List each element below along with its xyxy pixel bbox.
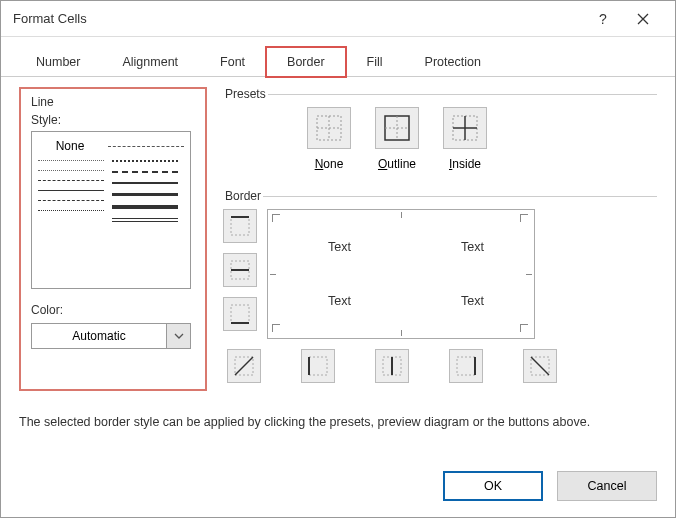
dialog-title: Format Cells — [13, 11, 583, 26]
line-style-extra-thick[interactable] — [112, 205, 178, 209]
border-bottom-button[interactable] — [223, 297, 257, 331]
preset-outline-icon — [383, 114, 411, 142]
line-style-thin[interactable] — [38, 190, 104, 191]
line-style-list[interactable]: None — [31, 131, 191, 289]
svg-line-16 — [235, 357, 253, 375]
title-bar: Format Cells ? — [1, 1, 675, 37]
format-cells-dialog: Format Cells ? Number Alignment Font Bor… — [0, 0, 676, 518]
line-style-med-dash-dot-dot[interactable] — [38, 210, 104, 211]
svg-rect-13 — [231, 305, 249, 323]
line-style-med-dotted[interactable] — [112, 160, 178, 162]
dialog-footer: OK Cancel — [443, 471, 657, 501]
line-style-thick[interactable] — [112, 193, 178, 196]
border-diagonal-down-icon — [529, 355, 551, 377]
line-color-value: Automatic — [31, 323, 167, 349]
tab-font[interactable]: Font — [199, 47, 266, 77]
tab-fill[interactable]: Fill — [346, 47, 404, 77]
border-vertical-icon — [381, 355, 403, 377]
line-style-med-dashed[interactable] — [112, 171, 178, 173]
line-style-dashed[interactable] — [38, 180, 104, 181]
border-horizontal-icon — [229, 259, 251, 281]
tab-border[interactable]: Border — [266, 47, 346, 77]
close-button[interactable] — [623, 1, 663, 37]
preset-inside-icon — [451, 114, 479, 142]
border-vertical-button[interactable] — [375, 349, 409, 383]
preset-none-label: None — [315, 157, 344, 171]
border-group: Border Text Text Text — [223, 189, 657, 383]
presets-group: Presets None Outline — [223, 87, 657, 181]
close-icon — [637, 13, 649, 25]
border-diagonal-up-button[interactable] — [227, 349, 261, 383]
ok-button[interactable]: OK — [443, 471, 543, 501]
border-diagonal-down-button[interactable] — [523, 349, 557, 383]
line-style-double[interactable] — [112, 218, 178, 222]
chevron-down-icon — [174, 333, 184, 339]
border-right-icon — [455, 355, 477, 377]
color-label: Color: — [31, 303, 195, 317]
line-style-medium[interactable] — [112, 182, 178, 184]
svg-rect-21 — [457, 357, 475, 375]
line-style-hair[interactable] — [38, 160, 104, 161]
border-left-icon — [307, 355, 329, 377]
border-left-button[interactable] — [301, 349, 335, 383]
line-panel: Line Style: None — [19, 87, 207, 391]
tab-alignment[interactable]: Alignment — [101, 47, 199, 77]
preview-text-br: Text — [461, 294, 484, 308]
border-diagonal-up-icon — [233, 355, 255, 377]
tab-number[interactable]: Number — [15, 47, 101, 77]
presets-border-area: Presets None Outline — [223, 87, 657, 391]
preview-text-bl: Text — [328, 294, 351, 308]
line-style-none[interactable]: None — [38, 139, 102, 153]
style-label: Style: — [31, 113, 195, 127]
line-color-dropdown-button[interactable] — [167, 323, 191, 349]
cancel-button[interactable]: Cancel — [557, 471, 657, 501]
preset-inside-label: Inside — [449, 157, 481, 171]
preview-text-tl: Text — [328, 240, 351, 254]
preset-inside-button[interactable] — [443, 107, 487, 149]
border-preview[interactable]: Text Text Text Text — [267, 209, 535, 339]
svg-line-24 — [531, 357, 549, 375]
border-horizontal-button[interactable] — [223, 253, 257, 287]
border-right-button[interactable] — [449, 349, 483, 383]
presets-group-label: Presets — [223, 87, 268, 101]
preset-none-icon — [315, 114, 343, 142]
preset-outline-button[interactable] — [375, 107, 419, 149]
line-color-select[interactable]: Automatic — [31, 323, 191, 349]
preset-outline-label: Outline — [378, 157, 416, 171]
border-top-icon — [229, 215, 251, 237]
svg-rect-9 — [231, 217, 249, 235]
border-bottom-icon — [229, 303, 251, 325]
line-style-dash-dot[interactable] — [38, 200, 104, 201]
border-top-button[interactable] — [223, 209, 257, 243]
preset-none-button[interactable] — [307, 107, 351, 149]
line-style-dotted[interactable] — [38, 170, 104, 171]
svg-rect-17 — [309, 357, 327, 375]
tab-bar: Number Alignment Font Border Fill Protec… — [1, 43, 675, 77]
info-text: The selected border style can be applied… — [19, 415, 657, 429]
tab-protection[interactable]: Protection — [404, 47, 502, 77]
line-group-label: Line — [31, 95, 195, 109]
border-group-label: Border — [223, 189, 263, 203]
help-button[interactable]: ? — [583, 1, 623, 37]
preview-text-tr: Text — [461, 240, 484, 254]
line-style-dash-dot-dot[interactable] — [108, 146, 184, 147]
